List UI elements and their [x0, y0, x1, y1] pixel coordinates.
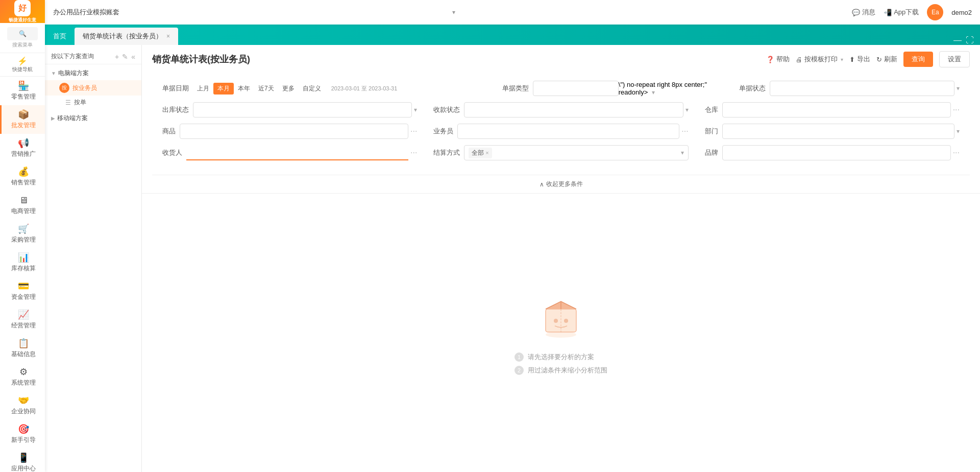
receiver-more-icon[interactable]: ··· — [410, 148, 417, 157]
sidebar-item-wholesale[interactable]: 📦 批发管理 — [0, 105, 45, 134]
out-status-dropdown-icon[interactable]: ▾ — [414, 106, 417, 113]
sidebar-item-marketing[interactable]: 📢 营销推广 — [0, 134, 45, 162]
sidebar-item-inventory[interactable]: 📊 库存核算 — [0, 248, 45, 277]
pc-plan-group: ▼ 电脑端方案 按 按业务员 ☰ 按单 — [45, 66, 141, 109]
tip-2-text: 用过滤条件来缩小分析范围 — [528, 366, 607, 375]
messages-label: 消息 — [862, 8, 875, 17]
sidebar-item-purchase[interactable]: 🛒 采购管理 — [0, 220, 45, 248]
collapse-button[interactable]: ∧ 收起更多条件 — [533, 178, 589, 190]
sidebar-item-newbie[interactable]: 🎯 新手引导 — [0, 420, 45, 449]
username-label[interactable]: demo2 — [951, 9, 972, 16]
receiver-input[interactable] — [186, 145, 408, 160]
brand-more-icon[interactable]: ··· — [953, 148, 960, 157]
tab-home[interactable]: 首页 — [45, 28, 75, 45]
topbar: 办公用品行业模拟账套 ▾ 💬 消息 📲 App下载 Ea demo2 — [45, 0, 980, 25]
sidebar-item-enterprise[interactable]: 🤝 企业协同 — [0, 391, 45, 420]
sidebar-item-finance[interactable]: 💳 资金管理 — [0, 277, 45, 305]
refresh-button[interactable]: ↻ 刷新 — [876, 55, 897, 64]
date-tab-current-year[interactable]: 本年 — [234, 83, 254, 95]
goods-more-icon[interactable]: ··· — [410, 127, 417, 136]
sidebar-item-sales[interactable]: 💰 销售管理 — [0, 162, 45, 191]
app-download-button[interactable]: 📲 App下载 — [884, 8, 919, 17]
receipt-status-input[interactable] — [464, 102, 683, 117]
out-status-input[interactable] — [193, 102, 412, 117]
topbar-dropdown-icon[interactable]: ▾ — [452, 9, 455, 16]
export-label: 导出 — [857, 55, 870, 64]
filter-out-status: 出库状态 ▾ — [162, 102, 417, 117]
warehouse-label: 仓库 — [705, 105, 718, 114]
plan-sub-item-order[interactable]: ☰ 按单 — [45, 96, 141, 109]
add-plan-button[interactable]: + — [115, 53, 119, 61]
page-header: 销货单统计表(按业务员) ❓ 帮助 🖨 按模板打印 ▾ ⬆ — [142, 45, 980, 194]
sales-rep-more-icon[interactable]: ··· — [681, 127, 688, 136]
sidebar-item-appstore[interactable]: 📱 应用中心 — [0, 449, 45, 472]
warehouse-more-icon[interactable]: ··· — [953, 105, 960, 114]
tab-minimize-button[interactable]: — — [953, 36, 962, 45]
active-tab-label: 销货单统计表（按业务员） — [83, 32, 162, 41]
brand-input[interactable] — [722, 145, 951, 160]
query-button[interactable]: 查询 — [903, 52, 933, 67]
inventory-label: 库存核算 — [11, 264, 36, 273]
appstore-label: 应用中心 — [11, 464, 36, 472]
print-icon: 🖨 — [796, 56, 802, 63]
topbar-right: 💬 消息 📲 App下载 Ea demo2 — [852, 4, 972, 20]
receipt-status-dropdown-icon[interactable]: ▾ — [685, 106, 689, 113]
date-tab-more[interactable]: 更多 — [278, 83, 299, 95]
filter-date: 单据日期 上月 本月 本年 近7天 更多 自定义 20 — [162, 83, 486, 95]
tip-1-num: 1 — [514, 352, 524, 362]
finance-label: 资金管理 — [11, 293, 36, 301]
sales-rep-input[interactable] — [457, 124, 679, 139]
messages-button[interactable]: 💬 消息 — [852, 8, 875, 17]
tip-2-num: 2 — [514, 366, 524, 375]
filter-brand: 品牌 ··· — [705, 145, 960, 160]
date-tab-prev-month[interactable]: 上月 — [193, 83, 213, 95]
sidebar-item-basic[interactable]: 📋 基础信息 — [0, 334, 45, 363]
goods-input[interactable] — [180, 124, 408, 139]
mobile-group-header[interactable]: ▶ 移动端方案 — [45, 111, 141, 125]
payment-method-dropdown-icon[interactable]: ▾ — [681, 149, 684, 156]
doc-type-input[interactable] — [533, 81, 619, 96]
print-button[interactable]: 🖨 按模板打印 ▾ — [796, 55, 843, 64]
doc-status-dropdown-icon[interactable]: ▾ — [957, 85, 960, 92]
edit-plan-button[interactable]: ✎ — [122, 53, 128, 61]
sidebar-item-ecommerce[interactable]: 🖥 电商管理 — [0, 191, 45, 220]
collapse-panel-button[interactable]: « — [131, 53, 135, 61]
settings-button[interactable]: 设置 — [939, 51, 970, 67]
date-tab-last7days[interactable]: 近7天 — [254, 83, 278, 95]
date-tab-custom[interactable]: 自定义 — [299, 83, 325, 95]
system-label: 系统管理 — [11, 379, 36, 387]
tab-maximize-button[interactable]: ⛶ — [966, 36, 974, 45]
quick-nav-button[interactable]: ⚡ 快捷导航 — [0, 53, 45, 77]
warehouse-input[interactable] — [722, 102, 951, 117]
pc-group-header[interactable]: ▼ 电脑端方案 — [45, 66, 141, 80]
inventory-icon: 📊 — [18, 252, 29, 263]
export-button[interactable]: ⬆ 导出 — [849, 55, 870, 64]
plan-item-sales-rep[interactable]: 按 按业务员 — [45, 80, 141, 96]
payment-method-field[interactable]: 全部 × ▾ — [464, 145, 688, 160]
date-tab-current-month[interactable]: 本月 — [213, 83, 234, 95]
quick-nav-label: 快捷导航 — [12, 66, 33, 73]
payment-method-clear-button[interactable]: × — [485, 150, 488, 156]
pc-group-arrow: ▼ — [51, 70, 56, 76]
date-label: 单据日期 — [162, 84, 189, 93]
date-tabs: 上月 本月 本年 近7天 更多 自定义 — [193, 83, 325, 95]
search-menu-button[interactable]: 🔍 — [7, 27, 38, 40]
page-title: 销货单统计表(按业务员) — [152, 53, 250, 65]
tab-sales-stat[interactable]: 销货单统计表（按业务员） × — [75, 28, 178, 45]
sidebar-item-retail[interactable]: 🏪 零售管理 — [0, 77, 45, 105]
tab-close-button[interactable]: × — [166, 33, 170, 40]
mobile-group-label: 移动端方案 — [57, 114, 88, 123]
content-area: 按以下方案查询 + ✎ « ▼ 电脑端方案 按 按业务员 — [45, 45, 980, 472]
plan-dot-text: 按 — [62, 84, 67, 91]
user-avatar[interactable]: Ea — [927, 4, 943, 20]
app-logo-text: 畅捷通好生意 — [9, 17, 36, 23]
dept-input[interactable] — [722, 124, 954, 139]
sidebar-item-system[interactable]: ⚙ 系统管理 — [0, 363, 45, 391]
filter-goods: 商品 ··· — [162, 124, 417, 139]
tabbar: 首页 销货单统计表（按业务员） × — ⛶ — [45, 25, 980, 45]
dept-dropdown-icon[interactable]: ▾ — [957, 128, 960, 135]
sidebar-item-operation[interactable]: 📈 经营管理 — [0, 305, 45, 334]
doc-type-dropdown-icon[interactable]: ▾ — [652, 89, 655, 96]
doc-status-input[interactable] — [770, 81, 954, 96]
help-button[interactable]: ❓ 帮助 — [766, 55, 790, 64]
